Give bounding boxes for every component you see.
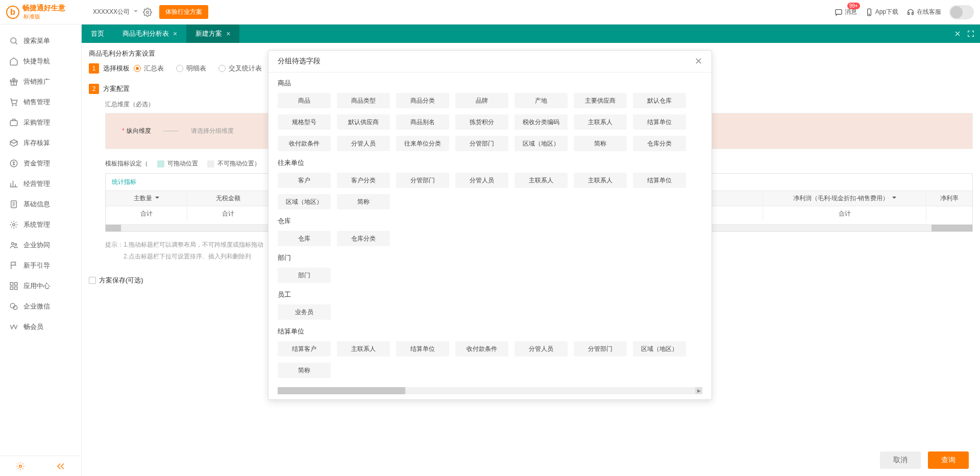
field-group-title: 仓库	[278, 217, 702, 226]
field-chip[interactable]: 默认供应商	[337, 114, 390, 130]
field-group-3: 部门部门	[278, 253, 702, 283]
field-group-5: 结算单位结算客户主联系人结算单位收付款条件分管人员分管部门区域（地区）简称	[278, 327, 702, 378]
field-modal: 分组待选字段 ✕ 商品商品商品类型商品分类品牌产地主要供应商默认仓库规格型号默认…	[268, 50, 712, 400]
field-chip[interactable]: 客户	[278, 173, 331, 188]
field-chip[interactable]: 分管人员	[514, 341, 568, 356]
field-chip[interactable]: 结算客户	[278, 341, 331, 356]
field-chip[interactable]: 分管部门	[396, 173, 449, 188]
field-chip[interactable]: 区域（地区）	[633, 341, 686, 356]
field-chip[interactable]: 主联系人	[514, 173, 568, 188]
field-group-0: 商品商品商品类型商品分类品牌产地主要供应商默认仓库规格型号默认供应商商品别名拣货…	[278, 79, 702, 151]
field-group-1: 往来单位客户客户分类分管部门分管人员主联系人主联系人结算单位区域（地区）简称	[278, 158, 702, 209]
field-chip[interactable]: 收付款条件	[455, 341, 508, 356]
field-group-title: 员工	[278, 290, 702, 299]
field-group-title: 结算单位	[278, 327, 702, 336]
field-chip[interactable]: 结算单位	[633, 173, 686, 188]
field-chip[interactable]: 区域（地区）	[514, 136, 568, 151]
field-group-2: 仓库仓库仓库分类	[278, 217, 702, 246]
field-chip[interactable]: 拣货积分	[455, 114, 508, 130]
field-chip[interactable]: 简称	[278, 363, 331, 378]
field-chip[interactable]: 税收分类编码	[514, 114, 568, 130]
field-chip[interactable]: 简称	[574, 136, 627, 151]
field-group-4: 员工业务员	[278, 290, 702, 320]
field-chip[interactable]: 主联系人	[574, 114, 627, 130]
field-group-title: 商品	[278, 79, 702, 88]
modal-close-button[interactable]: ✕	[695, 57, 702, 66]
field-chip[interactable]: 主联系人	[337, 341, 390, 356]
modal-hscroll[interactable]: ◀ ▶	[278, 387, 702, 394]
field-chip[interactable]: 商品别名	[396, 114, 449, 130]
field-chip[interactable]: 分管部门	[455, 136, 508, 151]
field-chip[interactable]: 分管人员	[337, 136, 390, 151]
field-chip[interactable]: 商品类型	[337, 93, 390, 108]
field-chip[interactable]: 结算单位	[396, 341, 449, 356]
field-chip[interactable]: 商品分类	[396, 93, 449, 108]
scroll-right-icon[interactable]: ▶	[695, 387, 702, 394]
field-chip[interactable]: 收付款条件	[278, 136, 331, 151]
field-chip[interactable]: 往来单位分类	[396, 136, 449, 151]
field-chip[interactable]: 商品	[278, 93, 331, 108]
field-chip[interactable]: 客户分类	[337, 173, 390, 188]
modal-title: 分组待选字段	[278, 57, 321, 66]
field-chip[interactable]: 仓库分类	[337, 231, 390, 246]
field-chip[interactable]: 仓库	[278, 231, 331, 246]
field-chip[interactable]: 简称	[337, 194, 390, 209]
field-chip[interactable]: 结算单位	[633, 114, 686, 130]
field-chip[interactable]: 规格型号	[278, 114, 331, 130]
field-group-title: 部门	[278, 253, 702, 263]
field-chip[interactable]: 部门	[278, 268, 331, 283]
field-chip[interactable]: 区域（地区）	[278, 194, 331, 209]
field-chip[interactable]: 仓库分类	[633, 136, 686, 151]
field-chip[interactable]: 分管部门	[574, 341, 627, 356]
field-chip[interactable]: 默认仓库	[633, 93, 686, 108]
field-chip[interactable]: 分管人员	[455, 173, 508, 188]
field-chip[interactable]: 产地	[514, 93, 568, 108]
field-chip[interactable]: 品牌	[455, 93, 508, 108]
field-group-title: 往来单位	[278, 158, 702, 168]
field-chip[interactable]: 业务员	[278, 304, 331, 320]
field-chip[interactable]: 主联系人	[574, 173, 627, 188]
field-chip[interactable]: 主要供应商	[574, 93, 627, 108]
